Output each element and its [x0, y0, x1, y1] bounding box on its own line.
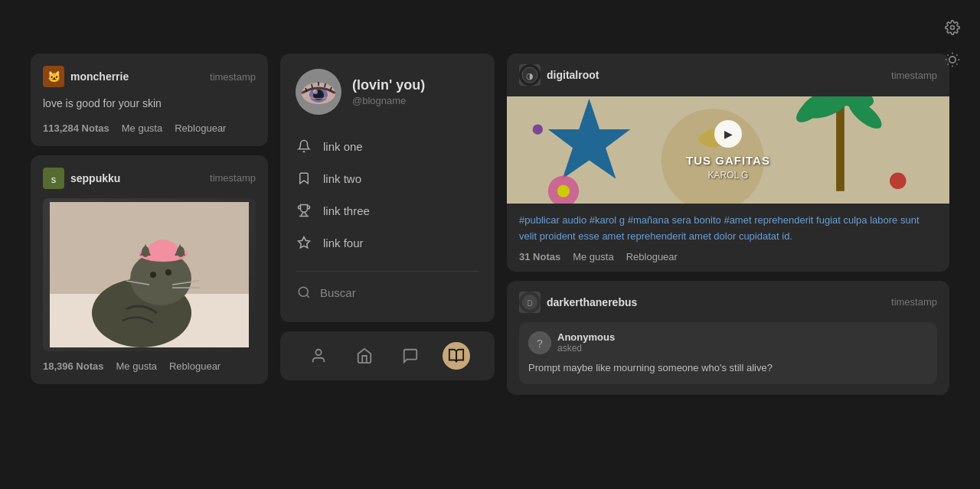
- nav-profile-icon[interactable]: [305, 342, 332, 370]
- username-digitalroot: digitalroot: [547, 69, 599, 81]
- profile-card: (lovin' you) @blogname link one: [280, 54, 495, 322]
- profile-info: (lovin' you) @blogname: [352, 77, 425, 106]
- notes-count-1: 113,284 Notas: [43, 122, 109, 134]
- post-header-2: s seppukku timestamp: [43, 168, 256, 189]
- link-item-1[interactable]: link one: [296, 130, 479, 162]
- play-button[interactable]: ▶: [714, 120, 742, 148]
- post-author-1: 🐱 moncherrie: [43, 66, 129, 87]
- theme-toggle-icon[interactable]: [940, 47, 965, 72]
- post-card-1: 🐱 moncherrie timestamp love is good for …: [31, 54, 268, 146]
- link-item-4[interactable]: link four: [296, 227, 479, 259]
- ask-asker-name: Anonymous: [557, 331, 615, 343]
- svg-line-40: [306, 295, 309, 297]
- ask-asker-row: ? Anonymous asked: [528, 331, 928, 354]
- search-icon: [296, 284, 312, 301]
- link-label-2: link two: [323, 172, 361, 185]
- blog-handle: @blogname: [352, 95, 425, 106]
- svg-point-39: [299, 287, 308, 296]
- svg-text:s: s: [51, 174, 57, 185]
- timestamp-media: timestamp: [891, 70, 937, 81]
- username-seppukku: seppukku: [70, 172, 120, 184]
- svg-text:🐱: 🐱: [47, 70, 61, 83]
- svg-text:◑: ◑: [526, 71, 534, 80]
- media-thumbnail: ▶ TUS GAFITAS KAROL G: [507, 96, 949, 204]
- nav-card: [280, 331, 495, 380]
- tags-area: #publicar audio #karol g #mañana sera bo…: [507, 204, 949, 272]
- post-header-1: 🐱 moncherrie timestamp: [43, 66, 256, 87]
- link-item-3[interactable]: link three: [296, 194, 479, 227]
- media-card: ◑ digitalroot timestamp: [507, 54, 949, 272]
- post-image-cat: [43, 198, 256, 351]
- media-author: ◑ digitalroot: [519, 64, 599, 86]
- avatar-digitalroot: ◑: [519, 64, 541, 86]
- profile-avatar-image: [296, 69, 341, 115]
- timestamp-1: timestamp: [210, 71, 256, 83]
- timestamp-ask: timestamp: [891, 296, 937, 308]
- post-card-2: s seppukku timestamp: [31, 155, 268, 384]
- media-overlay: ▶ TUS GAFITAS KAROL G: [507, 96, 949, 204]
- svg-point-18: [150, 272, 156, 278]
- reblog-button-2[interactable]: Rebloguear: [169, 360, 220, 372]
- profile-header: (lovin' you) @blogname: [296, 69, 479, 115]
- post-actions-1: 113,284 Notas Me gusta Rebloguear: [43, 122, 256, 134]
- username-moncherrie: moncherrie: [70, 70, 129, 83]
- media-reblog-button[interactable]: Rebloguear: [626, 251, 678, 262]
- svg-line-36: [325, 83, 325, 87]
- svg-point-41: [315, 350, 321, 355]
- nav-chat-icon[interactable]: [397, 342, 424, 370]
- media-notes: 31 Notas: [519, 251, 560, 262]
- username-darkerthanerebus: darkerthanerebus: [547, 296, 637, 308]
- nav-reading-icon[interactable]: [443, 342, 470, 370]
- search-row[interactable]: Buscar: [296, 278, 479, 307]
- avatar-moncherrie: 🐱: [43, 66, 64, 87]
- link-item-2[interactable]: link two: [296, 162, 479, 194]
- ask-asker-label: asked: [557, 343, 615, 354]
- star-icon: [296, 234, 312, 251]
- ask-body: ? Anonymous asked Prompt maybe like mour…: [519, 322, 937, 385]
- left-column: 🐱 moncherrie timestamp love is good for …: [31, 54, 268, 384]
- svg-line-9: [956, 55, 957, 56]
- timestamp-2: timestamp: [210, 172, 256, 184]
- ask-asker-info: Anonymous asked: [557, 331, 615, 354]
- main-layout: 🐱 moncherrie timestamp love is good for …: [0, 0, 980, 410]
- ask-asker-avatar: ?: [528, 331, 551, 354]
- bookmark-icon: [296, 170, 312, 187]
- right-column: ◑ digitalroot timestamp: [507, 54, 949, 395]
- avatar-darkerthanerebus: D: [519, 292, 541, 313]
- cat-image: [43, 198, 256, 351]
- post-tags: #publicar audio #karol g #mañana sera bo…: [519, 213, 937, 245]
- settings-icon[interactable]: [940, 15, 965, 40]
- blog-name: (lovin' you): [352, 77, 425, 93]
- ask-header: D darkerthanerebus timestamp: [519, 292, 937, 313]
- center-column: (lovin' you) @blogname link one: [280, 54, 495, 380]
- search-label: Buscar: [320, 286, 356, 299]
- profile-avatar: [296, 69, 341, 115]
- link-label-4: link four: [323, 236, 364, 249]
- top-right-controls: [940, 15, 965, 72]
- svg-point-1: [949, 57, 956, 63]
- link-label-3: link three: [323, 204, 370, 217]
- media-like-button[interactable]: Me gusta: [573, 251, 613, 262]
- song-title: TUS GAFITAS: [686, 154, 770, 167]
- avatar-seppukku: s: [43, 168, 64, 189]
- svg-line-34: [312, 84, 312, 88]
- post-actions-2: 18,396 Notas Me gusta Rebloguear: [43, 360, 256, 372]
- post-author-2: s seppukku: [43, 168, 120, 189]
- media-post-actions: 31 Notas Me gusta Rebloguear: [519, 251, 937, 262]
- reblog-button-1[interactable]: Rebloguear: [175, 122, 226, 134]
- divider: [296, 271, 479, 272]
- link-label-1: link one: [323, 140, 363, 153]
- trophy-icon: [296, 202, 312, 219]
- song-artist: KAROL G: [708, 170, 749, 181]
- like-button-2[interactable]: Me gusta: [116, 360, 157, 372]
- svg-text:D: D: [527, 299, 532, 308]
- svg-point-0: [951, 26, 955, 30]
- ask-post-author: D darkerthanerebus: [519, 292, 637, 313]
- nav-home-icon[interactable]: [351, 342, 378, 370]
- svg-text:?: ?: [537, 337, 543, 350]
- post-text-1: love is good for your skin: [43, 96, 256, 112]
- notes-count-2: 18,396 Notas: [43, 360, 104, 372]
- like-button-1[interactable]: Me gusta: [122, 122, 162, 134]
- ask-card: D darkerthanerebus timestamp ?: [507, 281, 949, 396]
- links-list: link one link two: [296, 130, 479, 259]
